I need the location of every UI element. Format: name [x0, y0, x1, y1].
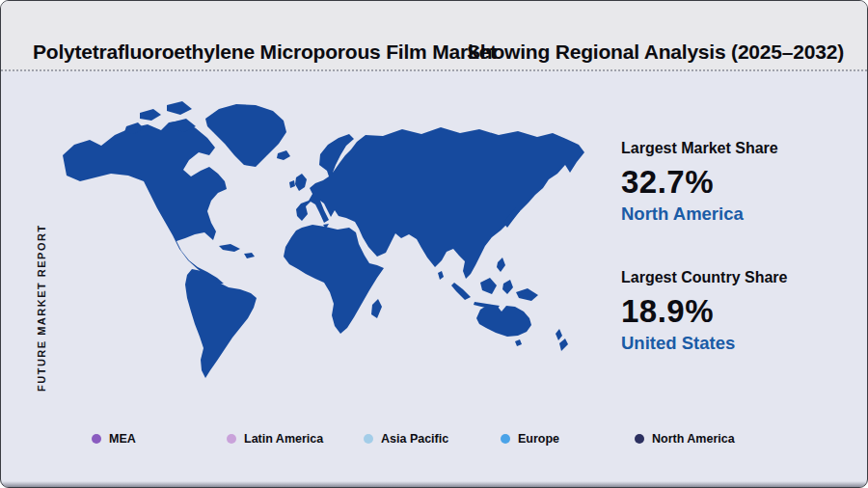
page-title-market: Polytetrafluoroethylene Microporous Film… [33, 41, 497, 64]
legend-item-asia-pacific: Asia Pacific [364, 432, 448, 446]
legend-dot-icon [227, 434, 236, 444]
stat-label: Largest Country Share [621, 269, 862, 286]
legend-dot-icon [635, 434, 644, 444]
stat-value: 32.7% [621, 166, 862, 198]
stat-country-share: Largest Country Share 18.9% United State… [621, 269, 862, 354]
legend-dot-icon [92, 434, 101, 444]
legend-label: MEA [109, 432, 136, 446]
brand-watermark: FUTURE MARKET REPORT [36, 224, 47, 392]
legend-dot-icon [364, 434, 373, 444]
stat-region: United States [621, 333, 862, 354]
stat-label: Largest Market Share [621, 140, 862, 157]
legend-item-mea: MEA [92, 432, 136, 446]
card-bottom-shadow [1, 481, 867, 487]
legend-item-north-america: North America [635, 432, 735, 446]
legend-label: Asia Pacific [381, 432, 448, 446]
report-card: Polytetrafluoroethylene Microporous Film… [0, 0, 868, 488]
stat-value: 18.9% [621, 295, 862, 327]
world-map-landmass [63, 101, 584, 378]
stats-panel: Largest Market Share 32.7% North America… [621, 140, 862, 398]
legend-item-latin-america: Latin America [227, 432, 323, 446]
stat-region: North America [621, 203, 862, 225]
legend-item-europe: Europe [501, 432, 559, 446]
legend-label: Latin America [244, 432, 323, 446]
stat-market-share: Largest Market Share 32.7% North America [621, 140, 862, 225]
title-bar: Polytetrafluoroethylene Microporous Film… [1, 1, 867, 71]
page-title-analysis: Showing Regional Analysis (2025–2032) [467, 41, 844, 64]
legend-label: Europe [518, 432, 559, 446]
legend-dot-icon [501, 434, 510, 444]
world-map [59, 84, 599, 396]
legend-label: North America [652, 432, 735, 446]
